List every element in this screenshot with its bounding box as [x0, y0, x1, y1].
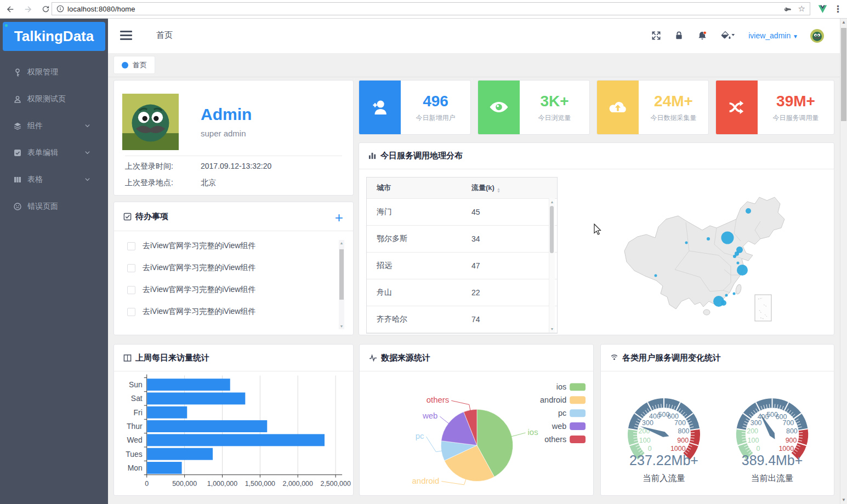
- password-key-icon[interactable]: [784, 5, 792, 13]
- sidebar-item-form-edit[interactable]: 表单编辑: [0, 139, 108, 166]
- todo-checkbox[interactable]: [127, 308, 135, 316]
- scrollbar-thumb[interactable]: [550, 206, 554, 253]
- gauge-in-traffic: 01002003004005006007008009001000237.22Mb…: [601, 371, 718, 495]
- stat-label: 今日浏览量: [538, 113, 571, 123]
- app-logo[interactable]: TalkingData: [3, 22, 105, 51]
- svg-text:2,500,000: 2,500,000: [320, 480, 350, 488]
- browser-reload-icon[interactable]: [38, 2, 53, 16]
- table-row[interactable]: 招远 47: [367, 253, 557, 279]
- card-title: 今日服务调用地理分布: [380, 151, 463, 161]
- column-header-traffic[interactable]: 流量(k)▲▼: [462, 183, 501, 193]
- todo-list-icon: [123, 213, 132, 221]
- todo-scrollbar[interactable]: ▲ ▼: [339, 240, 344, 329]
- add-todo-button[interactable]: +: [335, 209, 343, 226]
- scroll-down-icon[interactable]: ▼: [339, 324, 344, 328]
- svg-text:1000: 1000: [670, 445, 686, 453]
- book-chart-icon: [123, 354, 132, 362]
- svg-text:1,500,000: 1,500,000: [245, 480, 275, 488]
- sidebar-item-label: 错误页面: [27, 202, 58, 211]
- breadcrumb[interactable]: 首页: [156, 30, 173, 41]
- gauge-out-traffic: 01002003004005006007008009001000389.4Mb+…: [718, 371, 834, 495]
- sidebar-item-error-pages[interactable]: 错误页面: [0, 193, 108, 220]
- sidebar: TalkingData 权限管理 权限测试页 组件 表单编辑 表格 错误页面: [0, 18, 108, 504]
- browser-forward-icon[interactable]: [21, 2, 35, 16]
- user-name: Admin: [201, 105, 252, 124]
- table-row[interactable]: 鄂尔多斯 34: [367, 226, 557, 253]
- avatar[interactable]: [810, 29, 824, 43]
- key-icon: [13, 68, 22, 77]
- svg-text:500,000: 500,000: [172, 480, 197, 488]
- card-title: 各类用户服务调用变化统计: [622, 353, 721, 363]
- todo-item: 去iView官网学习完整的iView组件: [127, 284, 255, 295]
- stat-value: 39M+: [776, 93, 815, 110]
- scrollbar-thumb[interactable]: [841, 28, 846, 121]
- todo-item: 去iView官网学习完整的iView组件: [127, 306, 255, 317]
- mouse-cursor: [594, 224, 602, 235]
- vue-devtools-icon[interactable]: [817, 4, 828, 14]
- url-bar[interactable]: localhost:8080/home ☆: [52, 2, 810, 15]
- browser-menu-icon[interactable]: ⋮: [833, 3, 843, 15]
- logo-dot: [5, 24, 8, 27]
- todo-checkbox[interactable]: [127, 264, 135, 272]
- person-lock-icon: [13, 95, 22, 104]
- user-profile-card: Admin super admin 上次登录时间: 2017.09.12-13:…: [113, 80, 354, 196]
- table-icon: [13, 175, 22, 184]
- shuffle-icon: [716, 81, 758, 134]
- sort-carets-icon[interactable]: ▲▼: [497, 187, 501, 193]
- sidebar-item-tables[interactable]: 表格: [0, 166, 108, 193]
- todo-checkbox[interactable]: [127, 242, 135, 250]
- bookmark-star-icon[interactable]: ☆: [798, 4, 805, 14]
- stat-card-new-users: 496 今日新增用户: [359, 80, 471, 135]
- svg-text:ios: ios: [528, 427, 538, 437]
- person-add-icon: [359, 81, 401, 134]
- scroll-down-icon[interactable]: ▼: [549, 327, 555, 331]
- table-row[interactable]: 海门 45: [367, 199, 557, 226]
- collapse-menu-icon[interactable]: [120, 31, 132, 41]
- table-scrollbar[interactable]: ▲ ▼: [549, 198, 555, 333]
- todo-item: 去iView官网学习完整的iView组件: [127, 262, 255, 273]
- todo-card: 待办事项 + 去iView官网学习完整的iView组件 去iView官网学习完整…: [113, 202, 354, 335]
- user-menu[interactable]: iview_admin ▼: [748, 31, 798, 40]
- svg-text:1,000,000: 1,000,000: [207, 480, 237, 488]
- login-time-label: 上次登录时间:: [125, 162, 173, 171]
- sidebar-item-permissions[interactable]: 权限管理: [0, 59, 108, 85]
- table-row[interactable]: 舟山 22: [367, 279, 557, 306]
- svg-text:ios: ios: [556, 382, 566, 391]
- lock-icon[interactable]: [674, 30, 685, 41]
- scroll-up-icon[interactable]: ▲: [840, 20, 847, 25]
- todo-checkbox[interactable]: [127, 286, 135, 294]
- sidebar-item-permission-test[interactable]: 权限测试页: [0, 85, 108, 112]
- profile-avatar: [122, 94, 179, 150]
- svg-text:2,000,000: 2,000,000: [283, 480, 313, 488]
- svg-text:100: 100: [748, 437, 759, 444]
- sidebar-item-label: 权限管理: [27, 67, 58, 77]
- page-scrollbar[interactable]: ▲ ▼: [840, 18, 847, 504]
- login-place-value: 北京: [201, 178, 216, 188]
- table-row[interactable]: 齐齐哈尔 74: [367, 306, 557, 333]
- scroll-up-icon[interactable]: ▲: [339, 241, 344, 245]
- stat-value: 3K+: [540, 93, 569, 110]
- fullscreen-icon[interactable]: [651, 30, 662, 41]
- stat-label: 今日新增用户: [416, 113, 456, 123]
- theme-bucket-icon[interactable]: [720, 30, 736, 41]
- weekly-visits-card: 上周每日来访量统计 0500,0001,000,0001,500,0002,00…: [113, 344, 354, 496]
- svg-text:pc: pc: [416, 431, 424, 440]
- svg-text:0: 0: [145, 480, 149, 488]
- sidebar-menu: 权限管理 权限测试页 组件 表单编辑 表格 错误页面: [0, 59, 108, 220]
- svg-text:0: 0: [648, 445, 652, 453]
- scrollbar-thumb[interactable]: [339, 249, 344, 300]
- sidebar-item-components[interactable]: 组件: [0, 112, 108, 139]
- stat-value: 496: [423, 93, 448, 110]
- stat-value: 24M+: [654, 93, 693, 110]
- scroll-down-icon[interactable]: ▼: [840, 497, 847, 502]
- tab-home[interactable]: 首页: [113, 56, 155, 74]
- stat-card-page-views: 3K+ 今日浏览量: [477, 80, 590, 135]
- chevron-down-icon: [84, 176, 90, 182]
- user-role: super admin: [201, 129, 246, 138]
- url-text: localhost:8080/home: [67, 5, 135, 13]
- svg-text:Sun: Sun: [129, 380, 143, 389]
- browser-back-icon[interactable]: [3, 2, 18, 16]
- stat-card-data-collected: 24M+ 今日数据采集量: [596, 80, 709, 135]
- scroll-up-icon[interactable]: ▲: [549, 200, 555, 204]
- notification-bell-icon[interactable]: [697, 30, 708, 41]
